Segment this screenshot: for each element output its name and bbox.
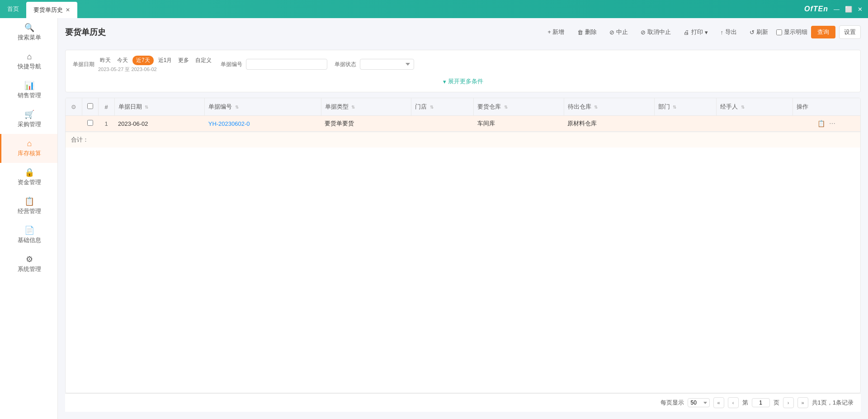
layout: 🔍 搜索菜单 ⌂ 快捷导航 📊 销售管理 🛒 采购管理 ⌂ 库存核算 🔒 资金管… — [0, 18, 868, 419]
table-handler-col: 经手人 ⇅ — [717, 98, 793, 116]
prev-page-button[interactable]: ‹ — [728, 397, 739, 408]
brand-label: OfTEn — [804, 5, 828, 13]
tab-home-label: 首页 — [7, 5, 19, 13]
query-button[interactable]: 查询 — [811, 26, 835, 38]
sidebar-item-finance-label: 资金管理 — [18, 178, 41, 186]
tab-close-icon[interactable]: ✕ — [66, 7, 70, 13]
table-dept-col: 部门 ⇅ — [654, 98, 717, 116]
cancel-stop-button[interactable]: ⊘ 取消中止 — [636, 26, 675, 38]
pagination-bar: 每页显示 10 20 50 100 « ‹ 第 页 › » 共1页，1条记录 — [65, 393, 861, 412]
top-bar: 首页 要货单历史 ✕ OfTEn — ⬜ ✕ — [0, 0, 868, 18]
last-page-button[interactable]: » — [797, 397, 808, 408]
expand-more-area: ▾ 展开更多条件 — [73, 76, 853, 86]
sidebar-item-shortcut-label: 快捷导航 — [18, 62, 41, 71]
today-shortcut[interactable]: 今天 — [115, 56, 130, 65]
export-label: 导出 — [725, 28, 737, 36]
page-size-label: 每页显示 — [660, 399, 684, 407]
tab-home[interactable]: 首页 — [0, 0, 26, 18]
sidebar-item-purchase-label: 采购管理 — [18, 120, 41, 129]
dept-sort-icon[interactable]: ⇅ — [673, 105, 676, 110]
row-date: 2023-06-02 — [114, 116, 205, 132]
req-warehouse-sort-icon[interactable]: ⇅ — [504, 105, 508, 110]
window-maximize-icon[interactable]: ⬜ — [845, 6, 852, 13]
sidebar-item-basic-info[interactable]: 📄 基础信息 — [0, 221, 57, 250]
delete-label: 删除 — [585, 28, 597, 36]
sidebar-item-basic-info-label: 基础信息 — [18, 236, 41, 244]
settings-button[interactable]: 设置 — [839, 25, 861, 39]
export-button[interactable]: ↑ 导出 — [716, 26, 742, 38]
row-department — [654, 116, 717, 132]
print-button[interactable]: 🖨 打印 ▾ — [679, 26, 712, 38]
page-input[interactable] — [752, 398, 770, 407]
display-detail-label: 显示明细 — [784, 28, 807, 36]
sidebar-item-sales[interactable]: 📊 销售管理 — [0, 76, 57, 105]
sidebar-item-operations[interactable]: 📋 经营管理 — [0, 192, 57, 221]
display-detail-checkbox[interactable] — [776, 29, 782, 35]
sidebar-item-finance[interactable]: 🔒 资金管理 — [0, 163, 57, 192]
sidebar-item-sales-label: 销售管理 — [18, 91, 41, 100]
top-bar-right: OfTEn — ⬜ ✕ — [799, 5, 868, 13]
date-sort-icon[interactable]: ⇅ — [145, 105, 148, 110]
delete-button[interactable]: 🗑 删除 — [573, 26, 601, 38]
page-title: 要货单历史 — [65, 27, 106, 38]
tab-requisition-history[interactable]: 要货单历史 ✕ — [26, 2, 77, 18]
print-icon: 🖨 — [684, 29, 689, 36]
more-shortcut[interactable]: 更多 — [176, 56, 191, 65]
yesterday-shortcut[interactable]: 昨天 — [98, 56, 113, 65]
row-view-icon[interactable]: 📋 — [817, 120, 825, 127]
select-all-checkbox[interactable] — [87, 103, 93, 109]
tab-requisition-label: 要货单历史 — [33, 6, 63, 14]
row-handler — [717, 116, 793, 132]
expand-more-button[interactable]: ▾ 展开更多条件 — [439, 76, 487, 86]
row-doctype: 要货单要货 — [321, 116, 411, 132]
status-filter-group: 单据状态 — [335, 59, 414, 70]
sidebar-item-inventory-label: 库存核算 — [18, 149, 41, 157]
row-checkbox[interactable] — [87, 120, 93, 126]
first-page-button[interactable]: « — [713, 397, 724, 408]
docno-sort-icon[interactable]: ⇅ — [235, 105, 239, 110]
row-more-icon[interactable]: ⋯ — [829, 120, 835, 127]
page-suffix: 页 — [774, 399, 779, 407]
table-operation-col: 操作 — [793, 98, 860, 116]
row-checkbox-cell — [82, 116, 98, 132]
refresh-icon: ↺ — [750, 29, 755, 36]
row-req-warehouse: 车间库 — [474, 116, 564, 132]
status-select[interactable] — [360, 59, 414, 70]
new-button[interactable]: + 新增 — [543, 26, 569, 38]
cancel-stop-label: 取消中止 — [647, 28, 671, 36]
next-page-button[interactable]: › — [783, 397, 794, 408]
table-settings-col[interactable]: ⚙ — [66, 98, 82, 116]
handler-sort-icon[interactable]: ⇅ — [741, 105, 745, 110]
row-docno: YH-20230602-0 — [205, 116, 321, 132]
row-docno-link[interactable]: YH-20230602-0 — [208, 120, 250, 127]
export-icon: ↑ — [721, 29, 724, 36]
sidebar-item-search[interactable]: 🔍 搜索菜单 — [0, 18, 57, 47]
sidebar-item-inventory[interactable]: ⌂ 库存核算 — [0, 134, 57, 163]
page-prefix: 第 — [742, 399, 748, 407]
pending-warehouse-sort-icon[interactable]: ⇅ — [594, 105, 598, 110]
window-minimize-icon[interactable]: — — [834, 6, 840, 13]
doc-number-input[interactable] — [246, 59, 327, 70]
window-close-icon[interactable]: ✕ — [858, 6, 863, 13]
new-label: + 新增 — [547, 28, 564, 36]
store-sort-icon[interactable]: ⇅ — [430, 105, 434, 110]
cart-icon: 🛒 — [24, 110, 34, 119]
custom-shortcut[interactable]: 自定义 — [193, 56, 213, 65]
sidebar-item-shortcut[interactable]: ⌂ 快捷导航 — [0, 47, 57, 76]
table-store-col: 门店 ⇅ — [411, 98, 474, 116]
doctype-sort-icon[interactable]: ⇅ — [351, 105, 355, 110]
refresh-label: 刷新 — [756, 28, 768, 36]
row-pending-warehouse: 原材料仓库 — [564, 116, 654, 132]
tab-list: 首页 要货单历史 ✕ — [0, 0, 799, 18]
last1month-shortcut[interactable]: 近1月 — [156, 56, 174, 65]
stop-button[interactable]: ⊘ 中止 — [605, 26, 632, 38]
last7days-shortcut[interactable]: 近7天 — [132, 56, 154, 65]
sidebar-item-system[interactable]: ⚙ 系统管理 — [0, 250, 57, 279]
display-detail-toggle[interactable]: 显示明细 — [776, 28, 807, 36]
sidebar-item-purchase[interactable]: 🛒 采购管理 — [0, 105, 57, 134]
row-actions: 📋 ⋯ — [793, 116, 860, 132]
page-size-select[interactable]: 10 20 50 100 — [688, 398, 710, 407]
search-icon: 🔍 — [24, 24, 34, 32]
table-row: 1 2023-06-02 YH-20230602-0 要货单要货 车间库 原材料… — [66, 116, 860, 132]
refresh-button[interactable]: ↺ 刷新 — [745, 26, 773, 38]
